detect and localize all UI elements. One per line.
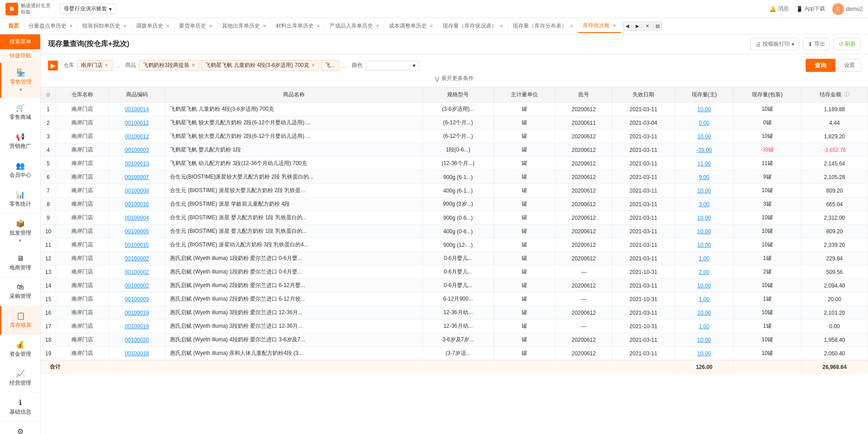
- cell-code[interactable]: 00100003: [108, 143, 165, 157]
- refresh-button[interactable]: ↺ 刷新: [834, 38, 861, 50]
- sidebar-item-inventory[interactable]: 📋 库存核算: [0, 306, 40, 335]
- export-button[interactable]: ⬇ 导出: [803, 38, 830, 50]
- cell-code[interactable]: 00100016: [108, 198, 165, 211]
- setting-button[interactable]: 设置: [838, 59, 861, 72]
- cell-code[interactable]: 00100009: [108, 292, 165, 306]
- tab-要货单[interactable]: 要货单历史 ✕: [175, 19, 217, 33]
- tab-close[interactable]: ✕: [500, 24, 503, 28]
- cell-code[interactable]: 00100019: [108, 306, 165, 320]
- tag-close-warehouse[interactable]: ✕: [104, 62, 108, 68]
- tab-close[interactable]: ✕: [166, 24, 170, 28]
- cell-expire: 2021-10-31: [612, 265, 675, 279]
- nav-menu[interactable]: ▤: [653, 22, 662, 31]
- cell-code[interactable]: 00100002: [108, 265, 165, 279]
- print-button[interactable]: 🖨 按模板打印 ▾: [750, 38, 799, 50]
- cell-spec: 400g (6-1...): [422, 184, 494, 198]
- tab-成本调整[interactable]: 成本调整单历史 ✕: [384, 19, 438, 33]
- avatar: E: [832, 3, 844, 15]
- sidebar-item-retail-mgmt[interactable]: 🏪 零售管理 ▼: [0, 63, 40, 98]
- cell-code[interactable]: 00100020: [108, 333, 165, 347]
- cell-code[interactable]: 00100018: [108, 347, 165, 360]
- tag-close-product2[interactable]: ✕: [311, 62, 315, 68]
- tag-close-product1[interactable]: ✕: [191, 62, 195, 68]
- tab-close[interactable]: ✕: [316, 24, 320, 28]
- sidebar-item-finance[interactable]: 💰 资金管理: [0, 335, 40, 364]
- cell-code[interactable]: 00100014: [108, 103, 165, 116]
- tab-close[interactable]: ✕: [613, 23, 616, 28]
- tab-产成品入库[interactable]: 产成品入库单历史 ✕: [325, 19, 384, 33]
- sidebar-item-operations[interactable]: 📈 经营管理: [0, 364, 40, 393]
- sidebar-item-marketing[interactable]: 📢 营销推广: [0, 127, 40, 156]
- gear-icon[interactable]: ⚙: [46, 92, 51, 98]
- tab-close[interactable]: ✕: [69, 24, 73, 28]
- tab-调拨单[interactable]: 调拨单历史 ✕: [132, 19, 175, 33]
- sidebar-label: 会员中心: [9, 171, 31, 179]
- cell-code[interactable]: 00100012: [108, 116, 165, 130]
- cell-code[interactable]: 00100004: [108, 211, 165, 225]
- tab-现存量状况[interactable]: 现存量（库存状况表） ✕: [438, 19, 508, 33]
- tab-close[interactable]: ✕: [209, 24, 212, 28]
- cell-code[interactable]: 00100012: [108, 130, 165, 143]
- message-btn[interactable]: 🔔 消息: [769, 5, 789, 13]
- col-amount: 结存金额 ⓘ: [801, 87, 868, 103]
- cell-amount: 509.56: [801, 265, 868, 279]
- cell-expire: 2021-03-11: [612, 306, 675, 320]
- tab-close[interactable]: ✕: [376, 24, 379, 28]
- cell-code[interactable]: 00100008: [108, 184, 165, 198]
- tab-库存批次[interactable]: 库存批次账 ✕: [578, 19, 621, 33]
- cell-code[interactable]: 00100007: [108, 170, 165, 184]
- tab-close[interactable]: ✕: [570, 24, 573, 28]
- tab-现存量分布[interactable]: 现存量（库存分布表） ✕: [508, 19, 578, 33]
- cell-no: 16: [41, 306, 56, 320]
- query-button[interactable]: 查询: [806, 59, 835, 72]
- tab-组装拆卸[interactable]: 组装拆卸单历史 ✕: [78, 19, 132, 33]
- cell-name: 惠氏启赋 (Wyeth illuma) 1段奶粉 爱尔兰进口 0-6月婴...: [165, 265, 422, 279]
- sidebar-item-retail-stats[interactable]: 📊 零售统计: [0, 185, 40, 214]
- tab-分量盘点[interactable]: 分量盘点单历史 ✕: [24, 19, 78, 33]
- col-settings[interactable]: ⚙: [41, 87, 56, 103]
- cell-code[interactable]: 00100005: [108, 225, 165, 238]
- cell-amount: 2,339.20: [801, 238, 868, 252]
- cell-code[interactable]: 00100013: [108, 157, 165, 170]
- sidebar-item-system[interactable]: ⚙ 系统管理: [0, 422, 40, 434]
- org-selector[interactable]: 母婴行业演示账套 ▾: [60, 4, 116, 14]
- cell-expire: 2021-10-31: [612, 292, 675, 306]
- user-avatar[interactable]: E demo2: [832, 3, 863, 15]
- app-download-btn[interactable]: 📱 App下载: [796, 5, 825, 13]
- cell-code[interactable]: 00100002: [108, 279, 165, 292]
- tab-close[interactable]: ✕: [429, 24, 433, 28]
- sidebar-label: 资金管理: [9, 350, 31, 358]
- nav-close[interactable]: ✕: [643, 22, 652, 31]
- sidebar-search[interactable]: 搜索菜单: [0, 34, 40, 49]
- tab-其他出库[interactable]: 其他出库单历史 ✕: [217, 19, 271, 33]
- nav-arrows: ◀ ▶ ✕ ▤: [623, 22, 662, 31]
- tab-close[interactable]: ✕: [263, 24, 266, 28]
- expand-down-icon: ⋁: [435, 75, 439, 82]
- cell-code[interactable]: 00100015: [108, 238, 165, 252]
- cell-expire: 2021-03-11: [612, 347, 675, 360]
- sidebar-item-purchase[interactable]: 🛍 采购管理: [0, 278, 40, 306]
- sidebar-item-ecommerce[interactable]: 🖥 电商管理: [0, 249, 40, 278]
- tab-close[interactable]: ✕: [123, 24, 127, 28]
- sidebar-quick-nav[interactable]: 快捷导航: [0, 49, 40, 63]
- cell-batch: 20200612: [556, 238, 612, 252]
- cell-amount: 1,958.40: [801, 333, 868, 347]
- cell-code[interactable]: 00100002: [108, 252, 165, 265]
- tab-材料出库[interactable]: 材料出库单历史 ✕: [271, 19, 325, 33]
- col-batch: 批号: [556, 87, 612, 103]
- color-dropdown[interactable]: ▾: [365, 61, 420, 71]
- cell-name: 飞鹤星飞帆 幼儿配方奶粉 3段(12-36个月幼儿适用) 700克: [165, 157, 422, 170]
- nav-next[interactable]: ▶: [633, 22, 642, 31]
- sidebar-item-member[interactable]: 👥 会员中心: [0, 156, 40, 185]
- sidebar-item-wholesale[interactable]: 📦 批发管理 ▼: [0, 214, 40, 249]
- nav-prev[interactable]: ◀: [623, 22, 632, 31]
- sidebar-item-basic-info[interactable]: ℹ 基础信息: [0, 393, 40, 422]
- cell-code[interactable]: 00100019: [108, 320, 165, 333]
- cell-qty-pkg: 10罐: [733, 279, 801, 292]
- sidebar-item-retail-shop[interactable]: 🛒 零售商城: [0, 98, 40, 127]
- expand-filter-btn[interactable]: ▶: [48, 61, 58, 71]
- expand-more-filter[interactable]: ⋁ 展开更多条件: [48, 75, 861, 82]
- tab-home[interactable]: 首页: [4, 19, 24, 33]
- amount-info-icon[interactable]: ⓘ: [844, 91, 849, 98]
- cell-qty-main: 2.00: [675, 265, 734, 279]
